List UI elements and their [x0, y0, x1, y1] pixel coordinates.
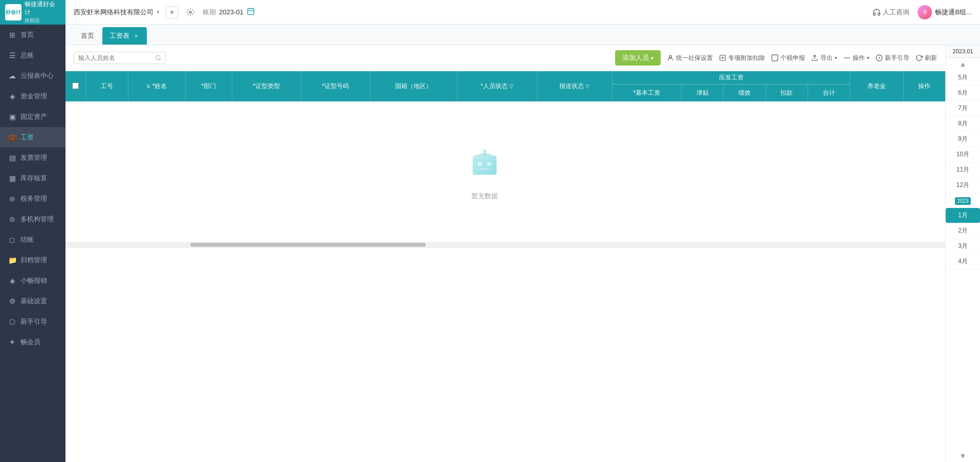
report-filter-icon[interactable]: ▽	[585, 83, 590, 89]
refresh-icon	[916, 54, 923, 61]
tab-close-button[interactable]: ×	[133, 32, 140, 39]
date-item-2022-06[interactable]: 6月	[946, 86, 980, 101]
period-selector[interactable]: 账期 2023-01	[203, 7, 255, 17]
date-item-2023-02[interactable]: 2月	[946, 223, 980, 239]
fund-icon: ◈	[8, 92, 16, 100]
add-person-button[interactable]: 添加人员 ▾	[615, 50, 661, 66]
sidebar-item-guide[interactable]: ⬡ 新手引导	[0, 311, 66, 332]
guide-action-label: 新手引导	[885, 54, 909, 62]
search-icon	[155, 54, 161, 61]
date-item-2022-07[interactable]: 7月	[946, 101, 980, 116]
date-label-2022-08: 8月	[958, 120, 968, 127]
svg-rect-19	[477, 162, 482, 166]
social-settings-icon	[667, 54, 674, 61]
refresh-action[interactable]: 刷新	[916, 54, 937, 62]
main-content: 添加人员 ▾ 统一社保设置 专项附加扣除	[66, 45, 945, 462]
date-item-2023-04[interactable]: 4月	[946, 254, 980, 269]
sidebar-item-tax[interactable]: ⊛ 税务管理	[0, 188, 66, 209]
status-filter-icon[interactable]: ▽	[509, 83, 513, 89]
social-settings-action[interactable]: 统一社保设置	[667, 54, 713, 62]
empty-state-cell: 暂无数据	[66, 101, 903, 242]
th-work-id: 工号	[86, 71, 128, 101]
date-label-2023-01: 1月	[958, 212, 968, 219]
service-label: 人工咨询	[883, 8, 909, 17]
date-item-2022-12[interactable]: 12月	[946, 178, 980, 193]
avatar-initial: B	[923, 9, 927, 15]
svg-rect-17	[472, 156, 496, 175]
home-icon: ⊞	[8, 31, 16, 39]
company-settings-button[interactable]	[184, 6, 197, 18]
tab-home-label: 首页	[81, 31, 94, 40]
ledger-icon: ☰	[8, 51, 16, 59]
export-action[interactable]: 导出 ▾	[811, 54, 837, 62]
sidebar-item-salary[interactable]: 💼 工资	[0, 127, 66, 148]
sidebar-item-home[interactable]: ⊞ 首页	[0, 25, 66, 45]
date-item-2022-09[interactable]: 9月	[946, 132, 980, 147]
svg-rect-1	[248, 9, 254, 15]
close-period-icon: ◻	[8, 236, 16, 244]
sidebar-item-inventory[interactable]: ▦ 库存核算	[0, 168, 66, 188]
gear-icon	[186, 8, 194, 16]
sidebar-item-settings[interactable]: ⚙ 基础设置	[0, 291, 66, 311]
date-nav-up[interactable]: ▲	[946, 58, 980, 70]
sidebar-item-fund[interactable]: ◈ 资金管理	[0, 86, 66, 107]
th-checkbox[interactable]	[66, 71, 86, 101]
service-button[interactable]: 人工咨询	[873, 8, 909, 17]
date-item-2022-10[interactable]: 10月	[946, 147, 980, 162]
date-item-2023-03[interactable]: 3月	[946, 239, 980, 254]
tab-salary[interactable]: 工资表 ×	[102, 27, 147, 45]
th-deduction: 扣款	[766, 85, 808, 102]
th-id-type: *证型类型	[232, 71, 301, 101]
date-nav-down[interactable]: ▼	[946, 450, 980, 462]
sidebar: 好会计 畅捷通好会计 旗舰版 ⊞ 首页 ☰ 总账 ☁ 云报表中心 ◈ 资金管理 …	[0, 0, 66, 462]
company-selector[interactable]: 西安虾米网络科技有限公司 ▾	[74, 8, 160, 17]
select-all-checkbox[interactable]	[72, 82, 79, 89]
th-id-no: *证型号码	[301, 71, 370, 101]
sidebar-label-expense: 小畅报销	[20, 276, 47, 285]
tab-salary-label: 工资表	[110, 31, 129, 40]
tabbar: 首页 工资表 ×	[66, 25, 980, 45]
operate-action[interactable]: 操作 ▾	[843, 54, 869, 62]
date-item-2022-08[interactable]: 8月	[946, 116, 980, 132]
sidebar-item-multi-org[interactable]: ⊜ 多机构管理	[0, 209, 66, 229]
date-label-2022-07: 7月	[958, 104, 968, 112]
sidebar-label-invoice: 发票管理	[20, 153, 47, 162]
sidebar-item-assets[interactable]: ▣ 固定资产	[0, 107, 66, 127]
th-action: 操作	[903, 71, 945, 101]
sidebar-item-archive[interactable]: 📁 归档管理	[0, 250, 66, 270]
horizontal-scrollbar[interactable]	[66, 242, 945, 248]
toolbar: 添加人员 ▾ 统一社保设置 专项附加扣除	[66, 45, 945, 71]
sidebar-item-expense[interactable]: ◈ 小畅报销	[0, 270, 66, 291]
calendar-icon[interactable]	[247, 7, 255, 17]
year-badge: 2023	[955, 197, 970, 205]
sidebar-item-ledger[interactable]: ☰ 总账	[0, 45, 66, 66]
sidebar-item-cloud-report[interactable]: ☁ 云报表中心	[0, 66, 66, 86]
sidebar-item-close[interactable]: ◻ 结账	[0, 229, 66, 250]
special-deduction-action[interactable]: 专项附加扣除	[719, 54, 765, 62]
refresh-label: 刷新	[925, 54, 937, 62]
date-sidebar-header: 2023.01	[946, 45, 980, 58]
user-menu[interactable]: B 畅捷通B组...	[918, 5, 972, 19]
svg-point-7	[669, 55, 672, 58]
sidebar-item-member[interactable]: ✦ 畅会员	[0, 332, 66, 352]
date-label-2022-09: 9月	[958, 135, 968, 142]
date-item-2022-11[interactable]: 11月	[946, 162, 980, 178]
cloud-icon: ☁	[8, 72, 16, 80]
th-report-status: 报送状态 ▽	[537, 71, 612, 101]
date-item-2022-05[interactable]: 5月	[946, 70, 980, 86]
tab-home[interactable]: 首页	[74, 27, 101, 45]
sidebar-item-invoice[interactable]: ▤ 发票管理	[0, 148, 66, 168]
sidebar-label-tax: 税务管理	[20, 194, 47, 203]
date-sidebar: 2023.01 ▲ 5月 6月 7月 8月 9月	[945, 45, 980, 462]
empty-icon	[464, 142, 505, 183]
date-item-2023-01[interactable]: 1月	[946, 208, 980, 223]
search-input[interactable]	[78, 54, 152, 61]
th-salary-group: 应发工资	[612, 71, 850, 85]
date-label-2022-10: 10月	[956, 151, 969, 158]
operate-icon	[843, 54, 851, 61]
sidebar-label-archive: 归档管理	[20, 256, 47, 265]
add-company-button[interactable]: +	[166, 6, 178, 18]
guide-icon: ⬡	[8, 318, 16, 326]
personal-tax-action[interactable]: 个税申报	[771, 54, 805, 62]
guide-action[interactable]: 新手引导	[876, 54, 909, 62]
